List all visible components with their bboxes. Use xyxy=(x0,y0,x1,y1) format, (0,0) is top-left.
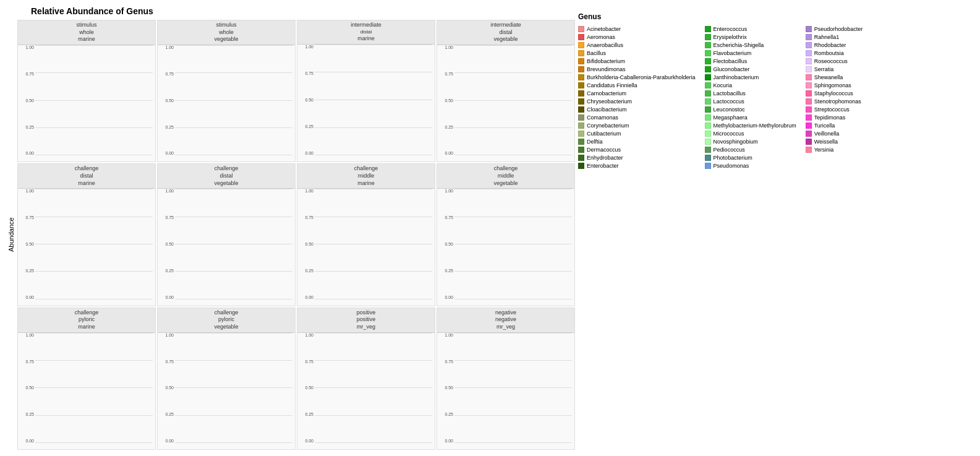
legend-label: Corynebacterium xyxy=(587,123,629,129)
legend-item: Turicella xyxy=(806,123,892,129)
legend-label: Weissella xyxy=(814,139,838,145)
legend-swatch xyxy=(806,74,812,80)
legend-item: Burkholderia-Caballeronia-Paraburkholder… xyxy=(578,74,696,80)
legend-label: Enterobacter xyxy=(587,163,619,169)
legend-label: Delftia xyxy=(587,139,603,145)
legend-swatch xyxy=(578,82,584,88)
legend-swatch xyxy=(705,74,711,80)
legend-item: Rahnella1 xyxy=(806,34,892,40)
legend-swatch xyxy=(705,50,711,56)
legend-label: Flectobacillus xyxy=(714,58,748,64)
bar-chart-r3c3: 1.000.750.500.250.00 xyxy=(297,333,435,449)
legend-item: Anaerobacillus xyxy=(578,42,696,48)
legend-swatch xyxy=(578,139,584,145)
legend-item: Kocuria xyxy=(705,82,796,88)
legend-swatch xyxy=(806,131,812,137)
bars-r1c1 xyxy=(35,46,153,155)
legend-item: Stenotrophomonas xyxy=(806,98,892,105)
legend-item: Delftia xyxy=(578,139,696,145)
legend-label: Chryseobacterium xyxy=(587,98,632,105)
legend-columns: AcinetobacterAeromonasAnaerobacillusBaci… xyxy=(578,26,971,169)
legend-col-2: EnterococcusErysipelothrixEscherichia-Sh… xyxy=(705,26,796,169)
legend-swatch xyxy=(578,58,584,64)
legend-item: Dermacoccus xyxy=(578,147,696,153)
legend-label: Gluconobacter xyxy=(714,66,750,72)
legend-item: Enterococcus xyxy=(705,26,796,32)
legend-item: Flectobacillus xyxy=(705,58,796,64)
legend-swatch xyxy=(705,155,711,161)
legend-label: Methylobacterium-Methylorubrum xyxy=(714,123,796,129)
panel-header-r1c2: stimulus whole vegetable xyxy=(158,20,295,45)
legend-label: Bifidobacterium xyxy=(587,58,625,64)
legend-swatch xyxy=(806,90,812,97)
legend-label: Tepidimonas xyxy=(814,114,846,121)
legend-swatch xyxy=(578,66,584,72)
panel-r3c3: positive positive mr_veg 1.000.750.500.2… xyxy=(297,308,435,450)
legend-label: Anaerobacillus xyxy=(587,42,623,48)
legend-label: Enhydrobacter xyxy=(587,155,623,161)
legend-swatch xyxy=(578,26,584,32)
legend-label: Burkholderia-Caballeronia-Paraburkholder… xyxy=(587,74,696,80)
legend-item: Novosphingobium xyxy=(705,139,796,145)
legend-label: Cloacibacterium xyxy=(587,106,627,113)
legend-swatch xyxy=(806,66,812,72)
legend-swatch xyxy=(578,147,584,153)
bar-chart-r1c3: 1.000.750.500.250.00 xyxy=(297,45,435,162)
panel-r1c2: stimulus whole vegetable 1.000.750.500.2… xyxy=(157,20,296,162)
legend-swatch xyxy=(806,114,812,121)
legend-label: Lactococcus xyxy=(714,98,744,105)
legend-item: Bifidobacterium xyxy=(578,58,696,64)
legend-swatch xyxy=(806,58,812,64)
legend-swatch xyxy=(806,106,812,113)
panel-r3c1: challenge pyloric marine 1.000.750.500.2… xyxy=(17,308,156,450)
legend-label: Bacillus xyxy=(587,50,606,56)
legend-swatch xyxy=(806,147,812,153)
legend-label: Veillonella xyxy=(814,131,840,137)
legend-label: Dermacoccus xyxy=(587,147,621,153)
legend-item: Serratia xyxy=(806,66,892,72)
chart-area: Relative Abundance of Genus Abundance st… xyxy=(6,6,575,450)
legend-swatch xyxy=(806,123,812,129)
panel-header-r1c1: stimulus whole marine xyxy=(18,20,155,45)
panel-r1c3: intermediate distal marine 1.000.750.500… xyxy=(297,20,435,162)
legend-swatch xyxy=(578,90,584,97)
legend-item: Pediococcus xyxy=(705,147,796,153)
legend-item: Lactococcus xyxy=(705,98,796,105)
legend-label: Brevundimonas xyxy=(587,66,626,72)
legend-swatch xyxy=(705,106,711,113)
chart-title: Relative Abundance of Genus xyxy=(6,6,575,16)
main-container: Relative Abundance of Genus Abundance st… xyxy=(0,0,980,456)
panel-header-r1c3: intermediate distal marine xyxy=(297,20,435,45)
legend-label: Acinetobacter xyxy=(587,26,621,32)
legend-swatch xyxy=(806,42,812,48)
legend-item: Sphingomonas xyxy=(806,82,892,88)
legend-swatch xyxy=(806,50,812,56)
legend-swatch xyxy=(705,98,711,105)
legend-label: Yersinia xyxy=(814,147,834,153)
legend-swatch xyxy=(806,82,812,88)
legend-item: Flavobacterium xyxy=(705,50,796,56)
legend-swatch xyxy=(806,34,812,40)
legend-item: Cloacibacterium xyxy=(578,106,696,113)
legend-label: Cutibacterium xyxy=(587,131,621,137)
legend-swatch xyxy=(705,82,711,88)
legend-item: Methylobacterium-Methylorubrum xyxy=(705,123,796,129)
panel-header-r2c1: challenge distal marine xyxy=(18,164,155,189)
bar-chart-r2c4: 1.000.750.500.250.00 xyxy=(437,189,574,305)
legend-label: Candidatus Finniella xyxy=(587,82,637,88)
legend-label: Romboutsia xyxy=(814,50,844,56)
panel-r3c4: negative negative mr_veg 1.000.750.500.2… xyxy=(437,308,575,450)
legend-area: Genus AcinetobacterAeromonasAnaerobacill… xyxy=(575,6,974,450)
panel-header-r3c2: challenge pyloric vegetable xyxy=(158,308,295,333)
legend-swatch xyxy=(705,139,711,145)
legend-item: Candidatus Finniella xyxy=(578,82,696,88)
panel-header-r3c3: positive positive mr_veg xyxy=(297,308,435,333)
legend-item: Romboutsia xyxy=(806,50,892,56)
legend-item: Shewanella xyxy=(806,74,892,80)
legend-swatch xyxy=(578,123,584,129)
legend-title: Genus xyxy=(578,12,971,21)
legend-swatch xyxy=(705,147,711,153)
legend-swatch xyxy=(578,74,584,80)
legend-item: Micrococcus xyxy=(705,131,796,137)
legend-item: Brevundimonas xyxy=(578,66,696,72)
